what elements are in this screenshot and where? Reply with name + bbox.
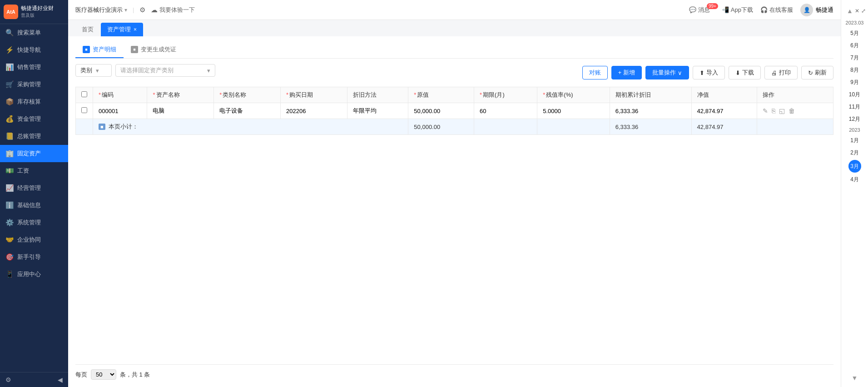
sidebar-item-payroll[interactable]: 💵 工资	[0, 162, 68, 179]
message-button[interactable]: 💬 消息 99+	[689, 6, 714, 14]
settings-icon[interactable]: ⚙	[5, 376, 11, 383]
sidebar: AtA 畅捷通好业财 普及版 🔍 搜索菜单 ⚡ 快捷导航 📊 销售管理 🛒 采购…	[0, 0, 68, 387]
username: 畅捷通	[816, 6, 833, 14]
toolbar: 类别 ▾ 请选择固定资产类别 ▾ 对账 + 新增	[75, 64, 833, 81]
sub-tab-asset-detail-label: 资产明细	[93, 45, 116, 54]
sidebar-item-enterprise[interactable]: 🤝 企业协同	[0, 231, 68, 248]
month-2[interactable]: 2月	[841, 147, 868, 159]
table-header-actions: 操作	[757, 87, 833, 103]
total-count: 条，共 1 条	[120, 371, 150, 379]
sidebar-item-label: 搜索菜单	[17, 29, 41, 37]
month-7[interactable]: 7月	[841, 52, 868, 64]
batch-button[interactable]: 批量操作 ∨	[645, 66, 689, 79]
month-3-active[interactable]: 3月	[848, 160, 861, 173]
table-container: *编码 *资产名称 *类别名称 *购买日期 折旧方法 *原值 *期限(月) *残…	[75, 87, 833, 362]
sidebar-item-ledger[interactable]: 📒 总账管理	[0, 128, 68, 145]
filter-row: 类别 ▾ 请选择固定资产类别 ▾	[75, 64, 215, 77]
sidebar-item-quick-nav[interactable]: ⚡ 快捷导航	[0, 41, 68, 59]
sidebar-item-sales[interactable]: 📊 销售管理	[0, 59, 68, 76]
select-all-checkbox[interactable]	[81, 91, 87, 97]
month-11[interactable]: 11月	[841, 101, 868, 113]
table-header-code: *编码	[93, 87, 147, 103]
sub-tab-voucher-gen-label: 变更生成凭证	[141, 45, 176, 54]
month-12[interactable]: 12月	[841, 113, 868, 125]
sidebar-item-app-center[interactable]: 📱 应用中心	[0, 266, 68, 283]
panel-down-icon[interactable]: ▼	[850, 372, 860, 383]
settings-button[interactable]: ⚙	[139, 6, 145, 14]
subtotal-period	[474, 119, 537, 135]
payroll-icon: 💵	[5, 167, 14, 175]
sidebar-item-basic-info[interactable]: ℹ️ 基础信息	[0, 197, 68, 214]
print-button[interactable]: 🖨 打印	[764, 66, 798, 79]
row-checkbox[interactable]	[81, 107, 87, 113]
panel-up-icon[interactable]: ▲	[845, 5, 855, 16]
edit-icon[interactable]: ✎	[763, 107, 768, 114]
copy-icon[interactable]: ⎘	[772, 107, 775, 114]
app-download-button[interactable]: 📲 App下载	[722, 6, 753, 14]
sub-tab-voucher-gen[interactable]: ■ 变更生成凭证	[124, 42, 184, 58]
tab-home[interactable]: 首页	[75, 23, 100, 36]
import-button[interactable]: ⬆ 导入	[693, 66, 725, 79]
row-checkbox-cell[interactable]	[76, 103, 93, 119]
company-selector[interactable]: 医疗器械行业演示 ▾	[75, 6, 127, 14]
month-4[interactable]: 4月	[841, 174, 868, 186]
tab-close-icon[interactable]: ×	[134, 26, 137, 33]
per-page-label: 每页	[75, 371, 87, 379]
duplicate-icon[interactable]: ◱	[779, 107, 785, 114]
tab-asset-mgmt[interactable]: 资产管理 ×	[101, 23, 143, 36]
experience-button[interactable]: ☁ 我要体验一下	[151, 6, 195, 14]
month-9[interactable]: 9月	[841, 76, 868, 89]
refresh-button[interactable]: ↻ 刷新	[801, 66, 833, 79]
pagination: 每页 50 100 200 条，共 1 条	[75, 364, 833, 382]
app-logo-icon: AtA	[4, 5, 18, 19]
sidebar-item-funds[interactable]: 💰 资金管理	[0, 110, 68, 128]
category-input-arrow: ▾	[207, 67, 210, 74]
panel-expand-icon[interactable]: ⤢	[861, 8, 866, 14]
fixed-assets-icon: 🏢	[5, 149, 14, 158]
category-filter[interactable]: 类别 ▾	[75, 64, 112, 77]
batch-arrow: ∨	[678, 69, 682, 76]
sidebar-item-fixed-assets[interactable]: 🏢 固定资产	[0, 145, 68, 162]
online-support-button[interactable]: 🎧 在线客服	[760, 6, 793, 14]
sidebar-item-label: 新手引导	[17, 253, 41, 261]
reconcile-button[interactable]: 对账	[582, 66, 608, 79]
download-button[interactable]: ⬇ 下载	[729, 66, 761, 79]
new-button[interactable]: + 新增	[611, 66, 642, 79]
month-1[interactable]: 1月	[841, 134, 868, 147]
table-header-category: *类别名称	[214, 87, 281, 103]
right-panel: ▲ ✕ ⤢ 2023.03 5月 6月 7月 8月 9月 10月 11月 12月…	[841, 0, 868, 387]
table-header-checkbox[interactable]	[76, 87, 93, 103]
sidebar-item-label: 工资	[17, 167, 29, 175]
table-header-accum-depr: 期初累计折旧	[610, 87, 691, 103]
sub-tab-asset-detail[interactable]: ■ 资产明细	[75, 42, 124, 58]
sidebar-item-system[interactable]: ⚙️ 系统管理	[0, 214, 68, 231]
sidebar-item-label: 销售管理	[17, 63, 41, 71]
tab-asset-mgmt-label: 资产管理	[107, 25, 131, 34]
sidebar-item-label: 固定资产	[17, 149, 41, 158]
month-8[interactable]: 8月	[841, 64, 868, 76]
month-6[interactable]: 6月	[841, 40, 868, 52]
sidebar-item-label: 资金管理	[17, 115, 41, 123]
sidebar-item-search[interactable]: 🔍 搜索菜单	[0, 24, 68, 41]
category-input[interactable]: 请选择固定资产类别 ▾	[115, 64, 215, 77]
month-5[interactable]: 5月	[841, 27, 868, 40]
panel-close-icon[interactable]: ✕	[855, 8, 859, 14]
sidebar-item-guide[interactable]: 🎯 新手引导	[0, 248, 68, 266]
sidebar-item-operations[interactable]: 📈 经营管理	[0, 179, 68, 197]
sidebar-item-purchase[interactable]: 🛒 采购管理	[0, 76, 68, 93]
new-label: + 新增	[618, 69, 635, 77]
collapse-icon[interactable]: ◀	[58, 376, 63, 383]
row-net-value: 42,874.97	[691, 103, 757, 119]
delete-icon[interactable]: 🗑	[789, 107, 795, 114]
sidebar-item-label: 企业协同	[17, 236, 41, 244]
print-icon: 🖨	[771, 69, 777, 76]
guide-icon: 🎯	[5, 253, 14, 261]
user-profile[interactable]: 👤 畅捷通	[800, 4, 833, 16]
month-10[interactable]: 10月	[841, 89, 868, 101]
inventory-icon: 📦	[5, 98, 14, 106]
row-residual-rate: 5.0000	[537, 103, 610, 119]
app-version: 普及版	[21, 12, 54, 19]
sidebar-item-inventory[interactable]: 📦 库存核算	[0, 93, 68, 110]
table-header-original-value: *原值	[408, 87, 474, 103]
per-page-select[interactable]: 50 100 200	[91, 369, 116, 380]
